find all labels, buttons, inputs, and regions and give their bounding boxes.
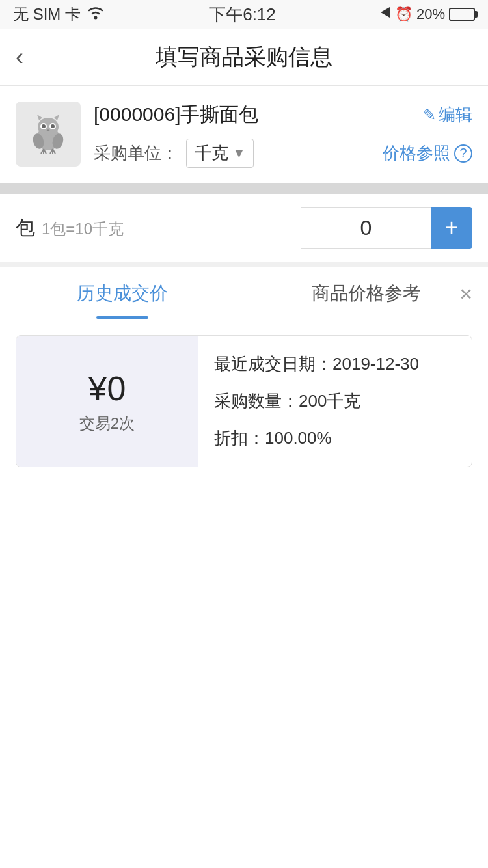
- wifi-icon: [86, 5, 105, 23]
- section-divider: [0, 183, 488, 194]
- svg-marker-10: [54, 115, 59, 120]
- history-transaction-count: 交易2次: [79, 413, 135, 434]
- svg-marker-9: [37, 115, 42, 120]
- carrier-label: 无 SIM 卡: [13, 4, 81, 25]
- price-reference-button[interactable]: 价格参照 ?: [383, 142, 472, 165]
- quantity-plus-button[interactable]: +: [431, 207, 472, 249]
- purchase-qty-row: 采购数量：200千克: [214, 388, 456, 414]
- tab-product-price-ref-label: 商品价格参考: [312, 281, 421, 306]
- battery-icon: [449, 8, 475, 21]
- unit-select[interactable]: 千克 ▼: [186, 139, 254, 168]
- quantity-conversion-label: 1包=10千克: [42, 219, 124, 239]
- alarm-icon: ⏰: [395, 6, 413, 23]
- edit-icon: ✎: [423, 106, 436, 124]
- page-header: ‹ 填写商品采购信息: [0, 29, 488, 86]
- location-icon: [379, 5, 391, 23]
- tab-history-price[interactable]: 历史成交价: [0, 267, 244, 319]
- quantity-label-group: 包 1包=10千克: [16, 215, 124, 241]
- history-card-right: 最近成交日期：2019-12-30 采购数量：200千克 折扣：100.00%: [198, 336, 472, 467]
- tab-active-indicator: [96, 316, 148, 319]
- purchase-unit-group: 采购单位： 千克 ▼: [94, 139, 254, 168]
- status-bar: 无 SIM 卡 下午6:12 ⏰ 20%: [0, 0, 488, 29]
- recent-deal-date-row: 最近成交日期：2019-12-30: [214, 351, 456, 377]
- page-title: 填写商品采购信息: [156, 42, 332, 72]
- battery-percent: 20%: [416, 6, 445, 23]
- svg-point-7: [51, 124, 55, 128]
- edit-button[interactable]: ✎ 编辑: [423, 103, 472, 126]
- quantity-row: 包 1包=10千克 +: [0, 194, 488, 262]
- product-thumbnail: [16, 102, 81, 167]
- tabs-close-button[interactable]: ×: [459, 280, 472, 306]
- history-price-value: ¥0: [88, 369, 126, 408]
- history-card-left: ¥0 交易2次: [16, 336, 198, 467]
- info-icon: ?: [454, 144, 472, 163]
- history-price-card: ¥0 交易2次 最近成交日期：2019-12-30 采购数量：200千克 折扣：…: [16, 335, 472, 467]
- purchase-unit-row: 采购单位： 千克 ▼ 价格参照 ?: [94, 139, 472, 168]
- svg-point-0: [94, 16, 98, 20]
- dropdown-arrow-icon: ▼: [232, 146, 245, 161]
- tabs-container: 历史成交价 商品价格参考 × ¥0 交易2次 最近成交日期：2019-12-30…: [0, 267, 488, 483]
- back-button[interactable]: ‹: [16, 44, 23, 71]
- status-right: ⏰ 20%: [379, 5, 475, 23]
- discount-row: 折扣：100.00%: [214, 426, 456, 451]
- page-background: [0, 483, 488, 868]
- status-left: 无 SIM 卡: [13, 4, 105, 25]
- tab-content-history: ¥0 交易2次 最近成交日期：2019-12-30 采购数量：200千克 折扣：…: [0, 319, 488, 483]
- svg-point-6: [42, 124, 46, 128]
- product-name: [0000006]手撕面包: [94, 102, 258, 128]
- product-info: [0000006]手撕面包 ✎ 编辑 采购单位： 千克 ▼ 价格参照 ?: [94, 102, 472, 168]
- status-time: 下午6:12: [209, 3, 276, 26]
- tab-history-price-label: 历史成交价: [77, 281, 168, 306]
- tab-product-price-ref[interactable]: 商品价格参考: [244, 267, 488, 319]
- product-card: [0000006]手撕面包 ✎ 编辑 采购单位： 千克 ▼ 价格参照 ?: [0, 86, 488, 183]
- product-name-row: [0000006]手撕面包 ✎ 编辑: [94, 102, 472, 128]
- quantity-input[interactable]: [301, 207, 431, 249]
- quantity-input-group: +: [301, 207, 472, 249]
- quantity-unit-label: 包: [16, 215, 35, 241]
- product-logo: [25, 111, 71, 157]
- svg-marker-1: [381, 7, 390, 18]
- tabs-header: 历史成交价 商品价格参考 ×: [0, 267, 488, 319]
